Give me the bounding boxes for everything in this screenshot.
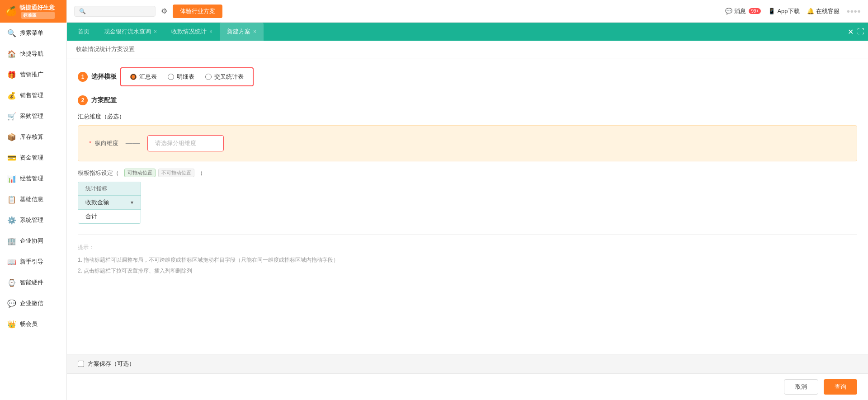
metrics-footer: 合计 xyxy=(78,210,141,223)
sidebar-item-label-system: 系统管理 xyxy=(20,216,59,224)
dimension-input[interactable]: 请选择分组维度 xyxy=(147,135,224,151)
sidebar-item-label-quick-nav: 快捷导航 xyxy=(20,50,59,58)
marketing-icon: 🎁 xyxy=(7,70,16,79)
sidebar-item-label-purchase: 采购管理 xyxy=(20,112,59,120)
sidebar-item-member[interactable]: 👑 畅会员 xyxy=(0,314,66,334)
tab-receipts-stat[interactable]: 收款情况统计× xyxy=(164,23,220,41)
sidebar-item-marketing[interactable]: 🎁 营销推广 xyxy=(0,64,66,85)
sidebar-item-label-inventory: 库存核算 xyxy=(20,133,59,141)
sales-icon: 💰 xyxy=(7,91,16,100)
metrics-setting: 模板指标设定（ 可拖动位置 不可拖动位置 ） 统计指标 收款金额 ▾ xyxy=(78,169,857,225)
tab-close-new-plan[interactable]: × xyxy=(253,28,256,35)
user-avatar[interactable]: ●●●● xyxy=(847,8,861,14)
maximize-icon[interactable]: ⛶ xyxy=(857,28,864,36)
service-icon: 🔔 xyxy=(807,8,814,14)
user-icon: ●●●● xyxy=(847,8,861,14)
radio-detail-input[interactable] xyxy=(168,74,174,80)
dimension-section-label: 汇总维度（必选） xyxy=(78,113,857,121)
search-icon: 🔍 xyxy=(79,8,86,14)
sidebar-item-quick-nav[interactable]: 🏠 快捷导航 xyxy=(0,43,66,64)
sidebar-item-inventory[interactable]: 📦 库存核算 xyxy=(0,127,66,147)
sidebar-item-purchase[interactable]: 🛒 采购管理 xyxy=(0,106,66,127)
radio-summary[interactable]: 汇总表 xyxy=(130,73,157,81)
hardware-icon: ⌚ xyxy=(7,278,16,287)
tips-title: 提示： xyxy=(78,242,857,253)
tab-close-receipts-stat[interactable]: × xyxy=(209,28,212,35)
search-menu-icon: 🔍 xyxy=(7,28,16,38)
metrics-label-suffix: ） xyxy=(200,169,206,177)
save-checkbox[interactable] xyxy=(78,361,84,367)
sidebar-item-label-enterprise: 企业协同 xyxy=(20,237,59,245)
tab-close-bank-flow[interactable]: × xyxy=(154,28,157,35)
message-badge: 99+ xyxy=(749,8,761,14)
app-download-btn[interactable]: 📱 App下载 xyxy=(768,7,799,15)
logo-icon: 🍊 xyxy=(5,6,17,17)
radio-detail[interactable]: 明细表 xyxy=(168,73,194,81)
sidebar-item-label-guide: 新手引导 xyxy=(20,258,59,266)
step1-num: 1 xyxy=(78,72,88,82)
template-select-box: 汇总表 明细表 交叉统计表 xyxy=(120,67,254,86)
tab-label-receipts-stat: 收款情况统计 xyxy=(171,28,207,36)
step2-header: 2 方案配置 xyxy=(78,95,857,105)
guide-icon: 📖 xyxy=(7,257,16,266)
main-area: 🔍 ⚙ 体验行业方案 💬 消息 99+ 📱 App下载 🔔 在线客服 ●●●● xyxy=(67,0,868,400)
sidebar-item-guide[interactable]: 📖 新手引导 xyxy=(0,251,66,272)
sidebar-item-label-funds: 资金管理 xyxy=(20,154,59,162)
sidebar-item-system[interactable]: ⚙️ 系统管理 xyxy=(0,210,66,231)
sidebar-item-label-search-menu: 搜索菜单 xyxy=(20,29,59,37)
topbar-right: 💬 消息 99+ 📱 App下载 🔔 在线客服 ●●●● xyxy=(725,7,861,15)
step1-header: 1 选择模板 汇总表 明细表 交叉统计表 xyxy=(78,67,857,86)
purchase-icon: 🛒 xyxy=(7,112,16,121)
sidebar-item-funds[interactable]: 💳 资金管理 xyxy=(0,147,66,168)
radio-crosstab-input[interactable] xyxy=(205,74,212,80)
sidebar-item-label-wechat: 企业微信 xyxy=(20,299,59,307)
step2-title: 方案配置 xyxy=(91,96,117,104)
dropdown-icon[interactable]: ▾ xyxy=(131,199,133,206)
message-btn[interactable]: 💬 消息 99+ xyxy=(725,7,761,15)
metrics-item-label: 收款金额 xyxy=(85,198,109,207)
metrics-header: 统计指标 xyxy=(78,182,141,196)
sidebar-item-hardware[interactable]: ⌚ 智能硬件 xyxy=(0,272,66,293)
tip-item-1: 1. 拖动标题栏可以调整布局，不可跨维度或指标区域拖动栏目字段（只能在同一维度或… xyxy=(78,254,857,265)
metrics-label-text: 模板指标设定（ xyxy=(78,169,119,177)
wechat-icon: 💬 xyxy=(7,299,16,308)
radio-summary-input[interactable] xyxy=(130,74,137,80)
tab-new-plan[interactable]: 新建方案× xyxy=(220,23,264,41)
topbar: 🔍 ⚙ 体验行业方案 💬 消息 99+ 📱 App下载 🔔 在线客服 ●●●● xyxy=(67,0,868,23)
cancel-button[interactable]: 取消 xyxy=(784,379,818,395)
tab-label-bank-flow: 现金银行流水查询 xyxy=(104,28,151,36)
industry-btn[interactable]: 体验行业方案 xyxy=(173,5,222,18)
tab-bank-flow[interactable]: 现金银行流水查询× xyxy=(97,23,164,41)
online-service-btn[interactable]: 🔔 在线客服 xyxy=(807,7,840,15)
sidebar-item-wechat[interactable]: 💬 企业微信 xyxy=(0,293,66,314)
step1-title: 选择模板 xyxy=(91,73,117,81)
radio-crosstab-label: 交叉统计表 xyxy=(214,73,244,81)
metrics-item-receipts[interactable]: 收款金额 ▾ xyxy=(78,196,141,210)
operations-icon: 📊 xyxy=(7,174,16,183)
sidebar-item-basic-info[interactable]: 📋 基础信息 xyxy=(0,189,66,210)
drag-hint: 可拖动位置 不可拖动位置 xyxy=(124,169,194,177)
system-icon: ⚙️ xyxy=(7,216,16,225)
tab-home[interactable]: 首页 xyxy=(71,23,97,41)
sidebar-item-operations[interactable]: 📊 经营管理 xyxy=(0,168,66,189)
metrics-area: 统计指标 收款金额 ▾ 合计 xyxy=(78,182,141,224)
sidebar-item-enterprise[interactable]: 🏢 企业协同 xyxy=(0,231,66,251)
radio-crosstab[interactable]: 交叉统计表 xyxy=(205,73,244,81)
query-button[interactable]: 查询 xyxy=(824,379,857,395)
sidebar-item-sales[interactable]: 💰 销售管理 xyxy=(0,85,66,106)
sidebar-item-label-member: 畅会员 xyxy=(20,320,59,328)
gear-icon[interactable]: ⚙ xyxy=(161,7,167,15)
funds-icon: 💳 xyxy=(7,153,16,162)
download-icon: 📱 xyxy=(768,8,775,14)
inventory-icon: 📦 xyxy=(7,132,16,141)
page-content: 收款情况统计方案设置 1 选择模板 汇总表 明细表 xyxy=(67,41,868,400)
dimension-area: * 纵向维度 —— 请选择分组维度 xyxy=(78,125,857,161)
message-icon: 💬 xyxy=(725,8,732,14)
footer-bar: 取消 查询 xyxy=(67,373,868,400)
save-label: 方案保存（可选） xyxy=(88,360,135,368)
sidebar-item-label-marketing: 营销推广 xyxy=(20,71,59,79)
step2-num: 2 xyxy=(78,95,88,105)
search-box[interactable]: 🔍 xyxy=(74,6,156,17)
close-window-icon[interactable]: ✕ xyxy=(848,28,854,36)
sidebar-item-search-menu[interactable]: 🔍 搜索菜单 xyxy=(0,23,66,43)
